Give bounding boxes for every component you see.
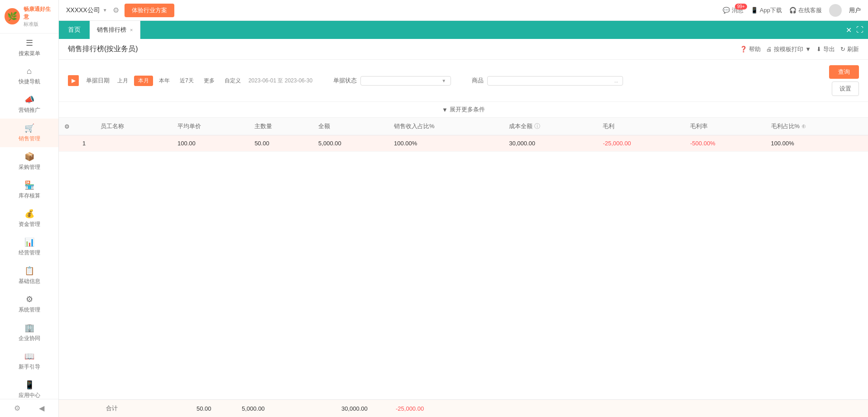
base-info-icon: 📋 — [24, 266, 34, 276]
sidebar-item-app-center[interactable]: 📱 应用中心 — [0, 375, 58, 399]
date-btn-more[interactable]: 更多 — [200, 76, 219, 86]
sidebar-item-inventory[interactable]: 🏪 库存核算 — [0, 176, 58, 204]
trial-button[interactable]: 体验行业方案 — [125, 4, 174, 17]
sidebar-item-enterprise[interactable]: 🏢 企业协同 — [0, 318, 58, 347]
print-icon: 🖨 — [766, 46, 772, 53]
table-head: ⚙ 员工名称 平均单价 主数量 全额 销售收入占比% 成本全额 ⓘ 毛利 毛利率 — [59, 118, 868, 135]
sidebar-item-operation[interactable]: 📊 经营管理 — [0, 233, 58, 261]
expand-bar: ▼ 展开更多条件 — [59, 102, 868, 118]
footer-qty: 50.00 — [191, 405, 236, 412]
online-service-button[interactable]: 🎧 在线客服 — [789, 6, 822, 14]
tab-sales-ranking[interactable]: 销售排行榜 × — [90, 21, 140, 39]
footer-amount: 5,000.00 — [236, 405, 282, 412]
sidebar-item-finance[interactable]: 💰 资金管理 — [0, 204, 58, 233]
brand-name: 畅康通好生意 — [24, 5, 54, 21]
footer-cost: 30,000.00 — [336, 405, 390, 412]
tab-home[interactable]: 首页 — [59, 21, 90, 39]
filter-toggle-icon: ▶ — [72, 77, 76, 84]
sidebar-nav: ☰ 搜索菜单 ⌂ 快捷导航 📣 营销推广 🛒 销售管理 📦 采购管理 🏪 库存核… — [0, 34, 58, 399]
tabbar-actions: ✕ ⛶ — [841, 21, 868, 39]
sidebar: 🌿 畅康通好生意 标准版 ☰ 搜索菜单 ⌂ 快捷导航 📣 营销推广 🛒 销售管理… — [0, 0, 59, 417]
message-icon: 💬 — [723, 7, 730, 14]
export-button[interactable]: ⬇ 导出 — [816, 45, 835, 53]
cost-info-icon[interactable]: ⓘ — [534, 123, 540, 129]
sidebar-item-marketing[interactable]: 📣 营销推广 — [0, 90, 58, 119]
expand-conditions-btn[interactable]: ▼ 展开更多条件 — [442, 105, 485, 114]
date-filter-group: 单据日期 上月 本月 本年 近7天 更多 自定义 2023-06-01 至 20… — [86, 76, 312, 86]
status-select[interactable]: ▼ — [360, 76, 451, 86]
table-header-row: ⚙ 员工名称 平均单价 主数量 全额 销售收入占比% 成本全额 ⓘ 毛利 毛利率 — [59, 118, 868, 135]
operation-icon: 📊 — [24, 237, 34, 247]
print-button[interactable]: 🖨 按模板打印 ▼ — [766, 45, 811, 53]
row-gross: -25,000.00 — [597, 135, 685, 152]
tabbar-expand-icon[interactable]: ⛶ — [856, 26, 863, 34]
date-btn-this-year[interactable]: 本年 — [155, 76, 174, 86]
query-button[interactable]: 查询 — [829, 65, 859, 79]
edition-label: 标准版 — [24, 21, 54, 28]
date-btn-7days[interactable]: 近7天 — [176, 76, 198, 86]
message-button[interactable]: 💬 消息 99+ — [723, 6, 743, 14]
app-icon: 📱 — [751, 7, 758, 14]
refresh-icon: ↻ — [840, 46, 845, 53]
row-gross-rate: -500.00% — [685, 135, 765, 152]
help-button[interactable]: ❓ 帮助 — [740, 45, 761, 53]
enterprise-label: 企业协同 — [19, 335, 40, 342]
avatar[interactable] — [829, 4, 842, 17]
help-icon: ❓ — [740, 46, 747, 53]
table-row: 1 100.00 50.00 5,000.00 100.00% 30,000.0… — [59, 135, 868, 152]
company-selector[interactable]: XXXXX公司 ▼ — [66, 6, 107, 14]
sidebar-item-base-info[interactable]: 📋 基础信息 — [0, 261, 58, 290]
date-btn-this-month[interactable]: 本月 — [134, 76, 153, 86]
sidebar-item-purchase[interactable]: 📦 采购管理 — [0, 147, 58, 176]
page-header: 销售排行榜(按业务员) ❓ 帮助 🖨 按模板打印 ▼ ⬇ 导出 ↻ 刷新 — [59, 39, 868, 60]
username: 用户 — [849, 6, 861, 14]
finance-label: 资金管理 — [19, 220, 40, 228]
app-download-button[interactable]: 📱 App下载 — [751, 6, 782, 14]
operation-label: 经营管理 — [19, 249, 40, 257]
export-icon: ⬇ — [816, 46, 821, 53]
date-btn-last-month[interactable]: 上月 — [113, 76, 132, 86]
date-btn-custom[interactable]: 自定义 — [221, 76, 245, 86]
topbar: XXXXX公司 ▼ ⚙ 体验行业方案 💬 消息 99+ 📱 App下载 🎧 在线… — [59, 0, 868, 21]
date-buttons: 上月 本月 本年 近7天 更多 自定义 2023-06-01 至 2023-06… — [113, 76, 312, 86]
expand-icon: ▼ — [442, 106, 448, 113]
marketing-icon: 📣 — [24, 95, 34, 105]
content-area: 销售排行榜(按业务员) ❓ 帮助 🖨 按模板打印 ▼ ⬇ 导出 ↻ 刷新 — [59, 39, 868, 417]
col-cost: 成本全额 ⓘ — [504, 118, 597, 135]
sidebar-item-sales[interactable]: 🛒 销售管理 — [0, 119, 58, 147]
enterprise-icon: 🏢 — [24, 323, 34, 333]
main-content: XXXXX公司 ▼ ⚙ 体验行业方案 💬 消息 99+ 📱 App下载 🎧 在线… — [59, 0, 868, 417]
topbar-settings-icon[interactable]: ⚙ — [113, 6, 119, 14]
search-order-icon: ☰ — [26, 38, 33, 48]
goods-select[interactable]: ... — [487, 76, 623, 86]
guide-icon: 📖 — [24, 351, 34, 361]
refresh-button[interactable]: ↻ 刷新 — [840, 45, 859, 53]
sidebar-item-guide[interactable]: 📖 新手引导 — [0, 347, 58, 375]
sidebar-settings-icon[interactable]: ⚙ — [14, 404, 20, 412]
status-dropdown-icon: ▼ — [441, 78, 446, 83]
gross-pct-info-icon[interactable]: ⊕ — [801, 123, 806, 129]
col-settings[interactable]: ⚙ — [59, 118, 77, 135]
footer-gross: -25,000.00 — [390, 405, 429, 412]
sidebar-item-search-order[interactable]: ☰ 搜索菜单 — [0, 34, 58, 62]
logo-icon: 🌿 — [5, 8, 20, 24]
row-cost: 30,000.00 — [504, 135, 597, 152]
sidebar-item-system[interactable]: ⚙ 系统管理 — [0, 290, 58, 318]
page-actions: ❓ 帮助 🖨 按模板打印 ▼ ⬇ 导出 ↻ 刷新 — [740, 45, 859, 53]
goods-filter-label: 商品 — [472, 77, 484, 85]
col-gross: 毛利 — [597, 118, 685, 135]
marketing-label: 营销推广 — [19, 106, 40, 114]
quick-nav-icon: ⌂ — [27, 67, 32, 76]
settings-button[interactable]: 设置 — [832, 81, 859, 96]
date-range-display: 2023-06-01 至 2023-06-30 — [249, 77, 312, 85]
sidebar-collapse-icon[interactable]: ◀ — [39, 404, 44, 412]
refresh-label: 刷新 — [847, 45, 859, 53]
col-employee: 员工名称 — [95, 118, 172, 135]
sidebar-footer: ⚙ ◀ — [0, 399, 58, 417]
logo-text: 畅康通好生意 标准版 — [24, 5, 54, 28]
tab-close-icon[interactable]: × — [130, 27, 133, 33]
sidebar-item-quick-nav[interactable]: ⌂ 快捷导航 — [0, 62, 58, 90]
tabbar-close-icon[interactable]: ✕ — [846, 26, 852, 34]
system-icon: ⚙ — [26, 294, 33, 304]
filter-toggle-btn[interactable]: ▶ — [68, 75, 79, 86]
